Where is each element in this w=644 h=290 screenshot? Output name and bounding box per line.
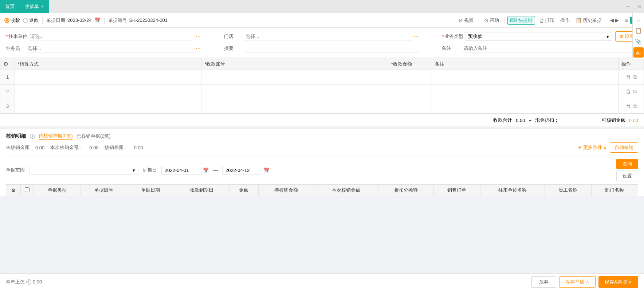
row3-note[interactable] [432,99,618,114]
note-input[interactable] [462,44,638,52]
window-max-icon[interactable]: □ [633,3,636,10]
counterpart-more-btn[interactable]: ··· [194,34,202,39]
date-from-input[interactable] [161,166,201,175]
cal-to-icon[interactable]: 📅 [264,168,270,173]
row1-note[interactable] [432,70,618,85]
save-new-button[interactable]: 保存&新增 ∧ [598,276,638,288]
rp-attach-icon[interactable]: 📎 [633,36,644,47]
save-new-chevron: ∧ [628,279,632,285]
tab-receipt[interactable]: 收款单 × [20,0,49,13]
salesperson-input[interactable] [26,44,194,52]
set-button[interactable]: 设置 [616,171,638,181]
bt-col-amount: 金额 [229,185,258,196]
row2-settle-input[interactable] [15,85,201,99]
gear-icon-settings: ⚙ [619,34,624,39]
summary-input[interactable] [244,44,420,52]
calendar-icon[interactable]: 📅 [95,17,101,23]
nav-left-icon[interactable]: ◀ [610,17,614,23]
store-more-btn[interactable]: ··· [412,34,420,39]
operate-btn[interactable]: 操作 [558,16,572,24]
discount-input[interactable] [562,117,592,123]
row1-amount-input[interactable] [388,70,432,84]
row2-account[interactable] [201,85,388,99]
summary-total-label: 收款合计 [493,117,512,124]
row2-note[interactable] [432,85,618,99]
radio-receipt[interactable]: 收款 [4,17,20,24]
store-field: 门店 ··· [224,32,420,40]
tab-home[interactable]: 首页 [0,0,20,13]
help-btn[interactable]: ⊙ 帮助 [482,16,501,24]
footer-info-icon[interactable]: ℹ [26,279,31,285]
row1-note-input[interactable] [432,70,618,84]
filter-buttons: 查询 设置 [616,159,638,181]
row1-copy-icon[interactable]: ⧉ [633,74,637,80]
bt-col-checkbox[interactable] [21,185,34,196]
row2-settle[interactable] [15,85,201,99]
row3-copy-icon[interactable]: ⧉ [633,103,637,109]
col-settings[interactable]: ⚙ [0,58,15,70]
history-btn[interactable]: 📋 历史单据 [573,16,604,24]
row3-note-input[interactable] [432,99,618,113]
biz-type-select[interactable]: 预收款 ▾ [465,32,612,41]
query-button[interactable]: 查询 [616,159,638,169]
row1-settle-input[interactable] [15,70,201,84]
query-label: 查询 [623,161,632,166]
salesperson-more-btn[interactable]: ··· [194,46,202,51]
row2-amount-input[interactable] [388,85,432,99]
row2-account-input[interactable] [201,85,388,99]
row2-note-input[interactable] [432,85,618,99]
date-to-input[interactable] [222,166,262,175]
expand-icon[interactable]: ≡ [625,17,628,24]
rp-table-icon[interactable]: ≡ [633,15,644,25]
row1-account-input[interactable] [201,70,388,84]
row1-amount[interactable] [388,70,432,85]
date-label: 单据日期 [46,17,65,24]
row3-amount[interactable] [388,99,432,114]
row3-account-input[interactable] [201,99,388,113]
range-select[interactable]: ▾ [29,166,138,175]
bt-checkbox-all[interactable] [25,187,30,192]
video-btn[interactable]: ⊙ 视频 [456,16,476,24]
row3-settle-input[interactable] [15,99,201,113]
row3-account[interactable] [201,99,388,114]
col-settle-method: *结算方式 [15,58,201,70]
row1-settle[interactable] [15,70,201,85]
rp-doc-icon[interactable]: 📋 [633,26,644,36]
radio-receipt-label: 收款 [11,17,20,24]
rp-camera-icon[interactable]: Ai [633,47,644,58]
col-settle-label: *结算方式 [18,61,39,67]
note-field: 备注 [442,44,638,52]
row3-amount-input[interactable] [388,99,432,113]
summary-row: 收款合计 0.00 + 现金折扣： = 可核销金额 0.00 [0,114,644,126]
more-conditions-btn[interactable]: ▼ 更多条件 ∧ [577,144,607,151]
bt-gear-icon[interactable]: ⚙ [11,188,16,193]
row3-settle[interactable] [15,99,201,114]
cal-from-icon[interactable]: 📅 [203,168,209,173]
bt-col-settings[interactable]: ⚙ [6,185,21,196]
counterpart-input[interactable] [29,32,194,40]
row2-amount[interactable] [388,85,432,99]
form-row-2: 业务员 ··· 摘要 备注 [6,44,638,52]
store-input[interactable] [244,32,412,40]
window-min-icon[interactable]: － [625,3,631,10]
tab-close-icon[interactable]: × [41,4,44,9]
row2-delete-icon[interactable]: 🗑 [626,89,631,95]
history-icon: 📋 [576,17,582,23]
hx-tab-done[interactable]: 已核销单据(0笔) [76,133,111,140]
hx-tab-pending[interactable]: 待核销单据(0笔) [39,133,73,140]
row3-delete-icon[interactable]: 🗑 [626,103,631,109]
radio-refund[interactable]: 退款 [23,17,39,24]
abandon-button[interactable]: 放弃 [531,276,556,288]
table-gear-icon[interactable]: ⚙ [3,61,8,67]
row1-account[interactable] [201,70,388,85]
auto-hx-button[interactable]: 自动核销 [610,142,638,153]
nav-right-icon[interactable]: ▶ [615,17,619,23]
row1-delete-icon[interactable]: 🗑 [626,74,631,80]
hx-info-icon[interactable]: ℹ [30,134,35,139]
shortcut-btn[interactable]: ⌨ 快捷键 [507,16,535,25]
window-close-icon[interactable]: × [638,3,641,10]
row2-copy-icon[interactable]: ⧉ [633,89,637,95]
print-btn[interactable]: 🖨 打印 [537,16,557,24]
save-draft-button[interactable]: 保存草稿 ∧ [559,276,596,288]
save-draft-label: 保存草稿 [565,279,584,285]
